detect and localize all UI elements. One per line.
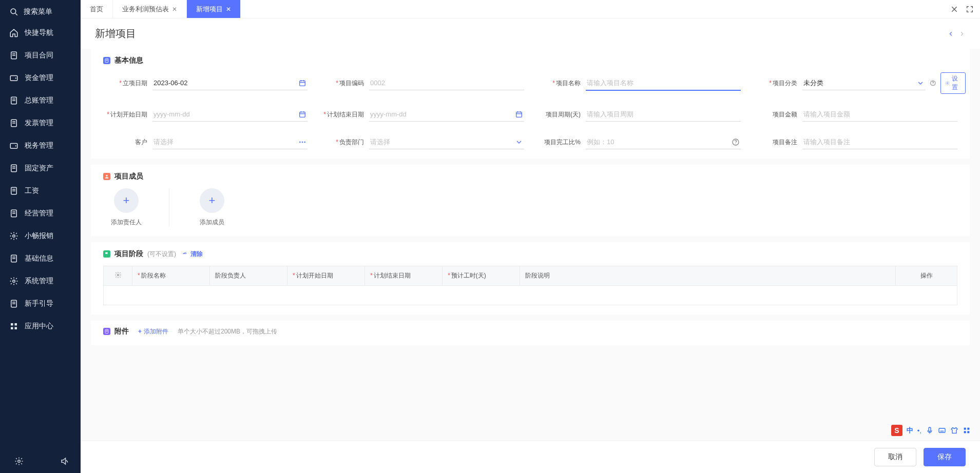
sidebar-item-nav-basic[interactable]: 基础信息 <box>0 247 81 270</box>
sidebar-item-label: 小畅报销 <box>25 231 53 241</box>
period-input[interactable] <box>586 107 741 122</box>
setup-date-input[interactable] <box>152 76 308 90</box>
customer-select[interactable] <box>152 135 308 149</box>
section-title-phases: 项目阶段 (可不设置) 清除 <box>103 249 957 259</box>
scroll-body: 基本信息 *立项日期 *项目编码 <box>81 49 980 473</box>
page-nav <box>947 30 966 37</box>
sidebar-item-nav-operate[interactable]: 经营管理 <box>0 202 81 225</box>
phase-table: *阶段名称 阶段负责人 *计划开始日期 *计划结束日期 *预计工时(天) 阶段说… <box>103 266 957 305</box>
close-icon[interactable]: ✕ <box>172 6 177 13</box>
field-complete: 项目完工比% <box>536 135 741 149</box>
section-phases-label: 项目阶段 <box>114 249 143 259</box>
dept-select[interactable] <box>369 135 524 149</box>
save-button[interactable]: 保存 <box>924 448 966 466</box>
plus-icon: + <box>200 188 224 213</box>
sidebar-item-nav-asset[interactable]: 固定资产 <box>0 157 81 180</box>
menu-icon <box>9 254 18 263</box>
sidebar-item-label: 基础信息 <box>25 254 53 263</box>
help-icon[interactable] <box>732 138 740 146</box>
help-icon[interactable] <box>930 79 936 87</box>
complete-input[interactable] <box>586 135 741 149</box>
clear-icon <box>182 251 188 257</box>
section-phases-icon <box>103 250 110 258</box>
plan-start-input[interactable] <box>152 107 308 122</box>
close-icon[interactable] <box>950 5 958 13</box>
members-divider <box>169 188 169 227</box>
close-icon[interactable]: ✕ <box>226 6 231 13</box>
card-members: 项目成员 + 添加责任人 + 添加成员 <box>91 165 970 236</box>
ime-strip: S 中 •, <box>891 425 971 436</box>
sidebar-item-nav-contract[interactable]: 项目合同 <box>0 44 81 67</box>
plan-end-input[interactable] <box>369 107 524 122</box>
collapse-icon[interactable] <box>60 457 69 466</box>
sidebar-item-nav-quick[interactable]: 快捷导航 <box>0 22 81 44</box>
sidebar-item-nav-salary[interactable]: 工资 <box>0 180 81 202</box>
chevron-right-icon[interactable] <box>958 30 966 37</box>
col-gear[interactable] <box>104 266 132 286</box>
sidebar-search-label: 搜索菜单 <box>24 7 52 16</box>
sidebar-item-label: 项目合同 <box>25 51 53 60</box>
sidebar-bottom <box>0 449 81 473</box>
sidebar-item-nav-expense[interactable]: 小畅报销 <box>0 225 81 247</box>
sidebar-item-nav-ledger[interactable]: 总账管理 <box>0 89 81 112</box>
menu-icon <box>9 164 18 173</box>
class-settings-button[interactable]: 设置 <box>940 72 966 94</box>
cancel-button[interactable]: 取消 <box>874 448 916 466</box>
table-row-empty[interactable] <box>104 286 957 305</box>
field-setup-date: *立项日期 <box>103 72 308 94</box>
search-icon <box>9 7 18 16</box>
sidebar-item-nav-invoice[interactable]: 发票管理 <box>0 112 81 134</box>
shirt-icon[interactable] <box>950 426 958 435</box>
class-select[interactable] <box>802 76 926 90</box>
field-plan-end: *计划结束日期 <box>320 107 524 122</box>
add-attachment-button[interactable]: + 添加附件 <box>138 327 168 336</box>
sidebar-item-nav-system[interactable]: 系统管理 <box>0 270 81 292</box>
gear-icon[interactable] <box>14 457 24 466</box>
chevron-left-icon[interactable] <box>947 30 954 37</box>
amount-input[interactable] <box>802 107 957 122</box>
ime-lang[interactable]: 中 <box>907 426 913 435</box>
sidebar-item-label: 资金管理 <box>25 73 53 83</box>
plus-icon: + <box>114 188 139 213</box>
field-plan-start: *计划开始日期 <box>103 107 308 122</box>
col-days: *预计工时(天) <box>443 266 520 286</box>
mic-icon[interactable] <box>926 426 934 435</box>
sidebar-item-nav-guide[interactable]: 新手引导 <box>0 292 81 315</box>
tab-tab-home[interactable]: 首页 <box>81 0 113 18</box>
tab-tab-profit[interactable]: 业务利润预估表✕ <box>113 0 187 18</box>
field-class: *项目分类 设置 <box>753 72 957 94</box>
attachment-hint: 单个大小不超过200MB，可拖拽上传 <box>178 327 277 336</box>
grid-icon[interactable] <box>963 426 971 435</box>
col-end: *计划结束日期 <box>365 266 443 286</box>
sidebar-item-label: 总账管理 <box>25 96 53 105</box>
gear-icon <box>945 80 950 86</box>
field-amount: 项目金额 <box>753 107 957 122</box>
section-attachments-icon <box>103 328 110 335</box>
remark-input[interactable] <box>802 135 957 149</box>
sidebar: 搜索菜单 快捷导航项目合同资金管理总账管理发票管理税务管理固定资产工资经营管理小… <box>0 0 81 473</box>
tabs-right <box>950 0 980 18</box>
col-name: *阶段名称 <box>132 266 210 286</box>
section-basic-label: 基本信息 <box>114 56 143 65</box>
keyboard-icon[interactable] <box>938 426 946 435</box>
sidebar-item-nav-tax[interactable]: 税务管理 <box>0 134 81 157</box>
ime-punct-icon[interactable]: •, <box>917 427 921 435</box>
sidebar-item-nav-funds[interactable]: 资金管理 <box>0 67 81 89</box>
col-start: *计划开始日期 <box>287 266 365 286</box>
tab-label: 业务利润预估表 <box>122 5 169 14</box>
tab-tab-new[interactable]: 新增项目✕ <box>187 0 241 18</box>
name-input[interactable] <box>586 76 741 90</box>
menu-icon <box>9 73 18 83</box>
sidebar-item-nav-apps[interactable]: 应用中心 <box>0 315 81 338</box>
fullscreen-icon[interactable] <box>966 5 974 13</box>
add-member-button[interactable]: + 添加成员 <box>189 188 235 227</box>
phases-clear-button[interactable]: 清除 <box>182 250 203 259</box>
code-input[interactable] <box>369 76 524 90</box>
section-attachments-label: 附件 <box>114 327 129 336</box>
add-owner-button[interactable]: + 添加责任人 <box>103 188 149 227</box>
ime-logo-icon: S <box>891 425 902 436</box>
sidebar-search[interactable]: 搜索菜单 <box>0 0 81 22</box>
main: 首页业务利润预估表✕新增项目✕ 新增项目 基 <box>81 0 980 473</box>
menu-icon <box>9 277 18 286</box>
tabs-bar: 首页业务利润预估表✕新增项目✕ <box>81 0 980 18</box>
